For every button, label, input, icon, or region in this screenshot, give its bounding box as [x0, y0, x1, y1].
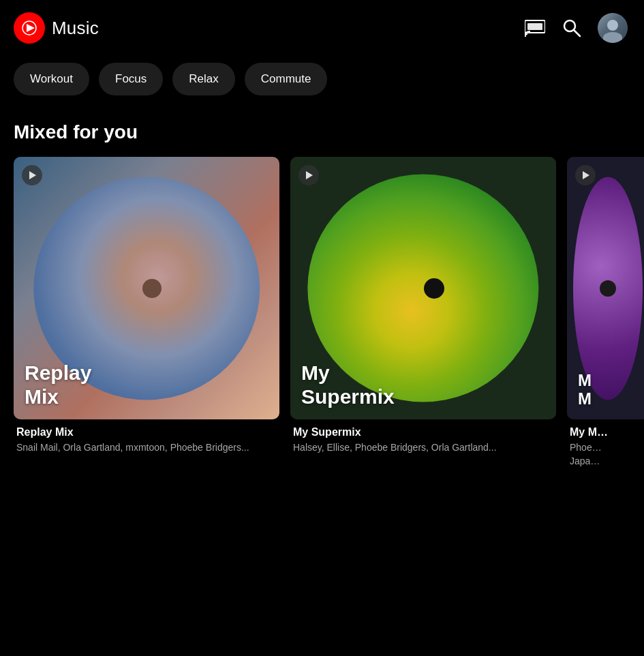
header-actions — [524, 13, 628, 43]
svg-marker-11 — [583, 171, 589, 179]
svg-marker-9 — [29, 171, 36, 179]
third-play-icon — [575, 165, 596, 185]
supermix-subtitle: Halsey, Ellise, Phoebe Bridgers, Orla Ga… — [293, 441, 553, 455]
chip-focus[interactable]: Focus — [99, 63, 163, 95]
youtube-music-logo-icon — [14, 12, 45, 44]
chip-relax[interactable]: Relax — [172, 63, 234, 95]
card-third-image: MM — [567, 157, 644, 419]
supermix-info: My Supermix Halsey, Ellise, Phoebe Bridg… — [290, 419, 556, 455]
third-info: My M… Phoe…Japa… — [567, 419, 644, 468]
replay-mix-title: Replay Mix — [16, 426, 277, 438]
cast-button[interactable] — [524, 17, 546, 39]
replay-mix-subtitle: Snail Mail, Orla Gartland, mxmtoon, Phoe… — [16, 441, 277, 455]
third-card-label: MM — [578, 371, 592, 408]
svg-rect-5 — [527, 23, 542, 30]
replay-vinyl-center — [142, 279, 162, 298]
play-triangle-icon — [27, 170, 37, 181]
search-icon — [562, 18, 581, 38]
app-header: Music — [0, 0, 644, 56]
avatar-image — [598, 13, 628, 43]
supermix-card-label: My Supermix — [301, 361, 395, 408]
supermix-play-icon — [298, 165, 319, 185]
card-supermix-image: My Supermix — [290, 157, 556, 419]
filter-chips: Workout Focus Relax Commute — [0, 56, 644, 109]
app-name-label: Music — [52, 18, 99, 39]
chip-commute[interactable]: Commute — [245, 63, 328, 95]
mixed-for-you-section: Mixed for you Replay Mix — [0, 109, 644, 468]
logo-area: Music — [14, 12, 99, 44]
replay-mix-card-label: Replay Mix — [25, 361, 91, 408]
replay-mix-play-icon — [22, 165, 42, 185]
search-button[interactable] — [561, 17, 583, 39]
supermix-title: My Supermix — [293, 426, 553, 438]
card-my-supermix[interactable]: My Supermix My Supermix Halsey, Ellise, … — [290, 157, 556, 468]
replay-mix-info: Replay Mix Snail Mail, Orla Gartland, mx… — [14, 419, 279, 455]
svg-line-8 — [574, 30, 580, 36]
cast-icon — [525, 19, 545, 37]
play-triangle-icon — [580, 170, 591, 181]
third-subtitle: Phoe…Japa… — [570, 441, 644, 468]
third-vinyl-center — [600, 280, 616, 297]
card-my-mix-partial[interactable]: MM My M… Phoe…Japa… — [567, 157, 644, 468]
section-title: Mixed for you — [0, 109, 644, 157]
card-replay-mix-image: Replay Mix — [14, 157, 279, 419]
play-triangle-icon — [303, 170, 314, 181]
svg-point-6 — [525, 35, 526, 37]
third-title: My M… — [570, 426, 644, 438]
supermix-vinyl-center — [424, 278, 444, 299]
card-replay-mix[interactable]: Replay Mix Replay Mix Snail Mail, Orla G… — [14, 157, 279, 468]
svg-marker-10 — [306, 171, 313, 179]
cards-row: Replay Mix Replay Mix Snail Mail, Orla G… — [0, 157, 644, 468]
chip-workout[interactable]: Workout — [14, 63, 89, 95]
user-avatar[interactable] — [598, 13, 628, 43]
